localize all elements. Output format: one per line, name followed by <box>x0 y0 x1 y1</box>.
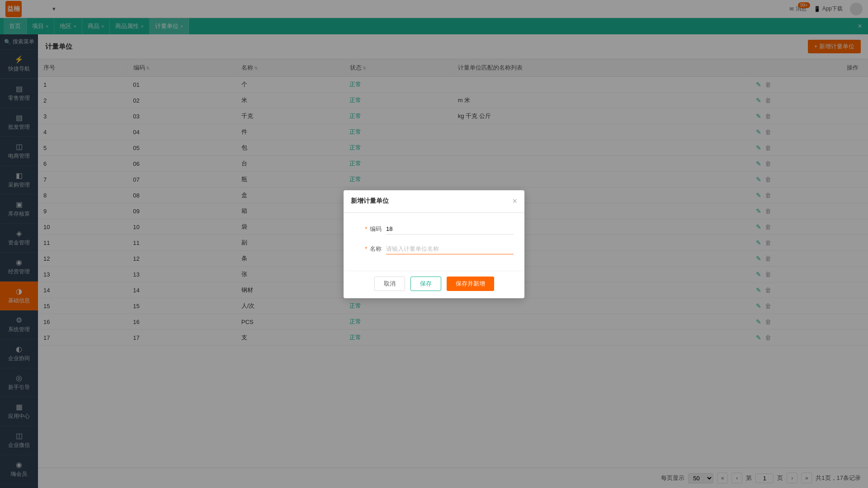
add-unit-modal: 新增计量单位 × * 编码 * 名称 取消 保存 保存并新增 <box>344 190 524 298</box>
cancel-btn[interactable]: 取消 <box>374 277 405 291</box>
code-required-mark: * <box>365 225 367 232</box>
save-btn[interactable]: 保存 <box>410 277 441 291</box>
name-label: * 名称 <box>354 245 382 253</box>
name-required-mark: * <box>365 245 367 252</box>
save-new-btn[interactable]: 保存并新增 <box>447 277 494 291</box>
name-field-row: * 名称 <box>354 244 514 254</box>
modal-footer: 取消 保存 保存并新增 <box>344 271 524 298</box>
modal-body: * 编码 * 名称 <box>344 213 524 271</box>
modal-header: 新增计量单位 × <box>344 190 524 213</box>
code-field-row: * 编码 <box>354 224 514 235</box>
modal-overlay[interactable]: 新增计量单位 × * 编码 * 名称 取消 保存 保存并新增 <box>0 0 868 488</box>
code-label: * 编码 <box>354 225 382 233</box>
code-input[interactable] <box>386 224 514 235</box>
name-input[interactable] <box>386 244 514 254</box>
modal-title: 新增计量单位 <box>351 197 389 205</box>
modal-close-btn[interactable]: × <box>512 197 517 206</box>
